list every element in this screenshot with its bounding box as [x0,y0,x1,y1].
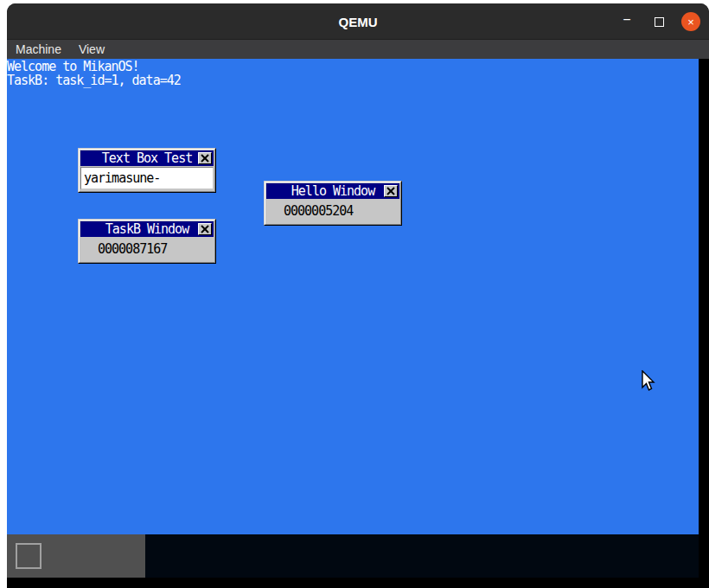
window-controls: − × [617,3,700,40]
minimize-icon: − [623,12,630,28]
close-icon [201,225,209,233]
mikanos-desktop[interactable]: Welcome to MikanOS!TaskB: task_id=1, dat… [7,59,699,578]
window-frame: Text Box Test yarimasune- [79,149,215,192]
close-icon [386,187,395,195]
taskb-window-title: TaskB Window [105,221,188,237]
os-taskbar [7,534,699,578]
menu-item-view[interactable]: View [79,42,105,56]
emulator-display-area: Welcome to MikanOS!TaskB: task_id=1, dat… [7,59,709,587]
window-frame: Hello Window 0000005204 [265,182,401,225]
close-icon [201,154,209,163]
text-box-test-title: Text Box Test [102,150,192,166]
console-output: Welcome to MikanOS!TaskB: task_id=1, dat… [7,60,181,87]
qemu-titlebar[interactable]: QEMU − × [7,3,709,40]
os-taskbar-left-panel [7,534,145,578]
maximize-icon [655,17,664,27]
text-input-value: yarimasune- [84,170,160,186]
close-button[interactable]: × [681,12,700,31]
window-hello: Hello Window 0000005204 [264,181,402,226]
window-title: QEMU [7,3,709,40]
menu-item-machine[interactable]: Machine [16,42,61,56]
console-line-2: TaskB: task_id=1, data=42 [7,73,181,88]
text-box-test-titlebar[interactable]: Text Box Test [80,150,214,166]
maximize-button[interactable] [649,12,668,31]
qemu-window: QEMU − × Machine View Welcome to MikanOS… [7,3,709,588]
text-input[interactable]: yarimasune- [80,167,214,189]
taskb-window-titlebar[interactable]: TaskB Window [80,221,214,237]
qemu-menubar: Machine View [7,40,709,59]
hello-window-counter: 0000005204 [265,199,400,223]
close-icon: × [687,16,694,29]
window-taskb: TaskB Window 0000087167 [78,219,216,264]
text-box-test-close-button[interactable] [198,152,212,164]
taskbar-menu-icon [16,543,42,569]
hello-window-title: Hello Window [291,183,374,199]
hello-window-titlebar[interactable]: Hello Window [266,183,399,199]
mouse-cursor-icon [642,370,657,393]
taskb-window-close-button[interactable] [198,223,212,235]
minimize-button[interactable]: − [617,12,636,31]
window-text-box-test: Text Box Test yarimasune- [78,148,216,193]
taskb-window-counter: 0000087167 [80,237,214,261]
window-frame: TaskB Window 0000087167 [79,220,215,263]
hello-window-close-button[interactable] [384,185,398,197]
